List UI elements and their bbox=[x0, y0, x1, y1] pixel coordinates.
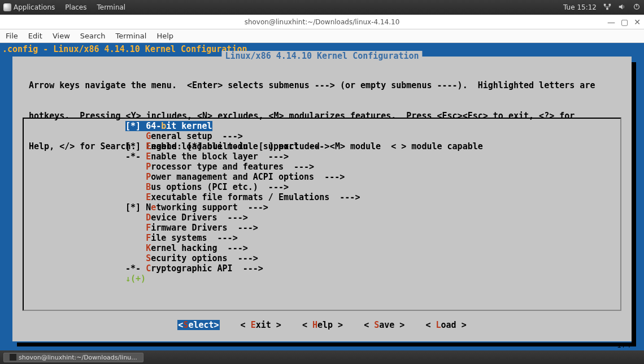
terminal-icon bbox=[10, 354, 16, 361]
button-exit[interactable]: < Exit > bbox=[241, 320, 281, 330]
menu-terminal[interactable]: Terminal bbox=[115, 32, 146, 40]
button-select[interactable]: <Select> bbox=[177, 320, 219, 330]
menu-item-14[interactable]: -*- Cryptographic API ---> bbox=[125, 263, 620, 274]
window-titlebar: shovon@linuxhint:~/Downloads/linux-4.14.… bbox=[0, 15, 644, 29]
menu-item-3[interactable]: -*- Enable the block layer ---> bbox=[125, 151, 620, 162]
button-save[interactable]: < Save > bbox=[364, 320, 404, 330]
window-title-text: shovon@linuxhint:~/Downloads/linux-4.14.… bbox=[245, 18, 400, 26]
activities-icon bbox=[3, 3, 11, 11]
taskbar-entry-terminal[interactable]: shovon@linuxhint:~/Downloads/linu... bbox=[3, 353, 143, 362]
scroll-down-indicator: ↓(+) bbox=[24, 274, 620, 284]
maximize-button[interactable]: ▢ bbox=[621, 18, 628, 27]
menu-help[interactable]: Help bbox=[156, 32, 173, 40]
menu-item-4[interactable]: Processor type and features ---> bbox=[125, 162, 620, 172]
svg-rect-2 bbox=[606, 7, 608, 10]
power-icon[interactable] bbox=[633, 3, 641, 12]
kconfig-dialog: Linux/x86 4.14.10 Kernel Configuration A… bbox=[12, 57, 632, 341]
menu-item-0[interactable]: [*] 64-bit kernel bbox=[125, 121, 212, 131]
box-shadow-right bbox=[632, 62, 636, 346]
menu-item-12[interactable]: Kernel hacking ---> bbox=[125, 243, 620, 253]
kconfig-menu-box: [*] 64-bit kernel General setup --->[*] … bbox=[23, 118, 621, 311]
volume-icon[interactable] bbox=[618, 3, 626, 12]
menu-item-6[interactable]: Bus options (PCI etc.) ---> bbox=[125, 182, 620, 192]
menu-item-13[interactable]: Security options ---> bbox=[125, 253, 620, 263]
panel-clock[interactable]: Tue 15:12 bbox=[563, 3, 597, 11]
applications-menu[interactable]: Applications bbox=[3, 3, 55, 12]
menu-item-1[interactable]: General setup ---> bbox=[125, 131, 620, 141]
menu-item-5[interactable]: Power management and ACPI options ---> bbox=[125, 172, 620, 182]
menu-search[interactable]: Search bbox=[80, 32, 106, 40]
box-shadow-bottom bbox=[17, 343, 636, 346]
terminal-panel-launcher[interactable]: Terminal bbox=[97, 3, 125, 11]
kconfig-menu-list[interactable]: [*] 64-bit kernel General setup --->[*] … bbox=[24, 121, 620, 274]
workspace-indicator[interactable]: 1 / 4 bbox=[617, 340, 630, 350]
menu-item-8[interactable]: [*] Networking support ---> bbox=[125, 202, 620, 213]
menu-file[interactable]: File bbox=[6, 32, 18, 40]
menu-item-2[interactable]: [*] Enable loadable module support ---> bbox=[125, 141, 620, 151]
bottom-taskbar: shovon@linuxhint:~/Downloads/linu... bbox=[0, 350, 644, 364]
menu-view[interactable]: View bbox=[53, 32, 70, 40]
network-icon[interactable] bbox=[603, 3, 611, 12]
menu-edit[interactable]: Edit bbox=[28, 32, 42, 40]
kconfig-title: Linux/x86 4.14.10 Kernel Configuration bbox=[221, 51, 422, 61]
terminal-content[interactable]: .config - Linux/x86 4.14.10 Kernel Confi… bbox=[0, 43, 644, 350]
menu-item-11[interactable]: File systems ---> bbox=[125, 233, 620, 243]
menu-item-7[interactable]: Executable file formats / Emulations ---… bbox=[125, 192, 620, 202]
close-button[interactable]: ✕ bbox=[634, 18, 641, 27]
places-menu[interactable]: Places bbox=[65, 3, 86, 11]
button-help[interactable]: < Help > bbox=[302, 320, 343, 330]
svg-rect-1 bbox=[609, 3, 611, 6]
menu-item-9[interactable]: Device Drivers ---> bbox=[125, 213, 620, 223]
svg-rect-0 bbox=[604, 3, 606, 6]
kconfig-buttons: <Select> < Exit > < Help > < Save > < Lo… bbox=[12, 320, 632, 330]
menu-item-10[interactable]: Firmware Drivers ---> bbox=[125, 223, 620, 233]
minimize-button[interactable]: — bbox=[607, 18, 615, 27]
terminal-menubar: File Edit View Search Terminal Help bbox=[0, 29, 644, 43]
top-panel: Applications Places Terminal Tue 15:12 bbox=[0, 0, 644, 15]
button-load[interactable]: < Load > bbox=[425, 320, 466, 330]
